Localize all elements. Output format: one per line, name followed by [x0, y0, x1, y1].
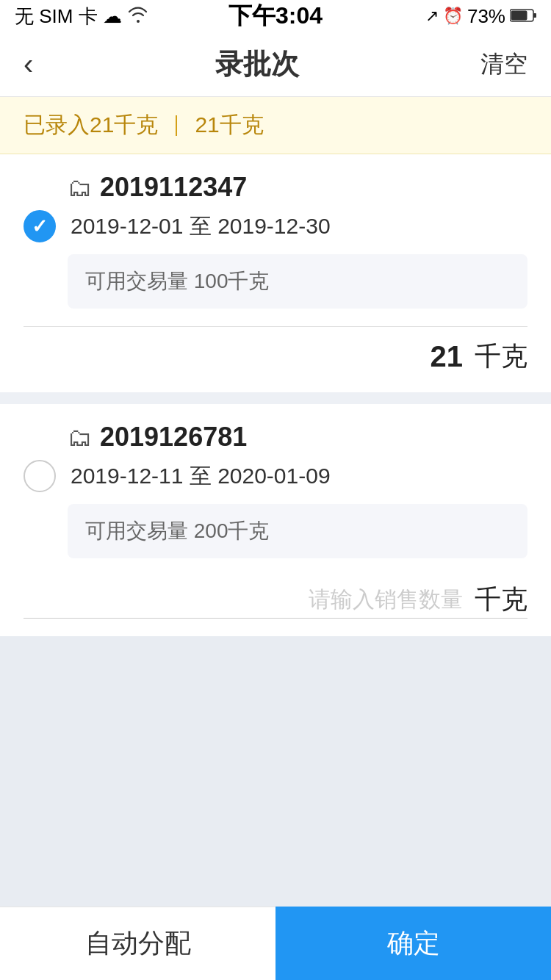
- recorded-label: 已录入21千克: [24, 110, 158, 140]
- batch-item-2: 🗂 2019126781 2019-12-11 至 2020-01-09 可用交…: [0, 404, 551, 558]
- batch-card-1: 🗂 2019112347 ✓ 2019-12-01 至 2019-12-30 可…: [0, 154, 551, 392]
- batch-qty-value-1: 21: [431, 340, 464, 373]
- status-left: 无 SIM 卡 ☁: [15, 4, 148, 29]
- batch-date-2: 2019-12-11 至 2020-01-09: [71, 461, 331, 491]
- batch-id-1: 2019112347: [100, 172, 247, 203]
- sim-label: 无 SIM 卡 ☁: [15, 4, 122, 29]
- batch-card-2: 🗂 2019126781 2019-12-11 至 2020-01-09 可用交…: [0, 404, 551, 636]
- wifi-icon: [128, 5, 148, 28]
- battery-label: 73%: [467, 5, 505, 28]
- footer: 自动分配 确定: [0, 907, 551, 980]
- batch-date-row-1: ✓ 2019-12-01 至 2019-12-30: [24, 210, 527, 242]
- batch-date-1: 2019-12-01 至 2019-12-30: [71, 212, 331, 242]
- batch-icon-2: 🗂: [68, 423, 93, 452]
- location-icon: ↗: [425, 7, 439, 26]
- status-time: 下午3:04: [228, 0, 323, 32]
- batch-header-2: 🗂 2019126781: [68, 422, 527, 453]
- input-underline-2: [24, 618, 527, 619]
- batch-id-2: 2019126781: [100, 422, 247, 453]
- svg-rect-1: [533, 13, 536, 18]
- page-title: 录批次: [215, 46, 299, 83]
- svg-rect-2: [511, 10, 527, 20]
- amount-label: 21千克: [195, 110, 263, 140]
- battery-icon: [510, 5, 536, 28]
- batch-icon-1: 🗂: [68, 173, 93, 202]
- batch-unit-1: 千克: [475, 339, 527, 375]
- batch-qty-row-1: 21 千克: [0, 327, 551, 392]
- bottom-spacer: [0, 636, 551, 930]
- confirm-button[interactable]: 确定: [276, 907, 551, 980]
- batch-input-row-2: 请输入销售数量 千克: [0, 576, 551, 618]
- banner-divider: [176, 115, 177, 136]
- batch-availability-2: 可用交易量 200千克: [68, 504, 527, 558]
- info-banner: 已录入21千克 21千克: [0, 97, 551, 154]
- batch-item-1: 🗂 2019112347 ✓ 2019-12-01 至 2019-12-30 可…: [0, 154, 551, 309]
- auto-distribute-label: 自动分配: [85, 926, 191, 962]
- page-wrapper: 无 SIM 卡 ☁ 下午3:04 ↗ ⏰ 73%: [0, 0, 551, 980]
- confirm-label: 确定: [387, 926, 440, 962]
- radio-1[interactable]: ✓: [24, 210, 56, 242]
- radio-2[interactable]: [24, 460, 56, 492]
- back-button[interactable]: ‹: [24, 48, 33, 81]
- batch-date-row-2: 2019-12-11 至 2020-01-09: [24, 460, 527, 492]
- alarm-icon: ⏰: [443, 7, 463, 26]
- nav-bar: ‹ 录批次 清空: [0, 32, 551, 97]
- batch-unit-2: 千克: [475, 582, 527, 618]
- batch-header-1: 🗂 2019112347: [68, 172, 527, 203]
- batch-availability-1: 可用交易量 100千克: [68, 254, 527, 309]
- auto-distribute-button[interactable]: 自动分配: [0, 907, 276, 980]
- status-right: ↗ ⏰ 73%: [425, 5, 536, 28]
- checkmark-1: ✓: [32, 217, 48, 236]
- status-bar: 无 SIM 卡 ☁ 下午3:04 ↗ ⏰ 73%: [0, 0, 551, 32]
- clear-button[interactable]: 清空: [480, 48, 527, 81]
- section-divider: [0, 392, 551, 404]
- qty-placeholder-2: 请输入销售数量: [24, 585, 463, 615]
